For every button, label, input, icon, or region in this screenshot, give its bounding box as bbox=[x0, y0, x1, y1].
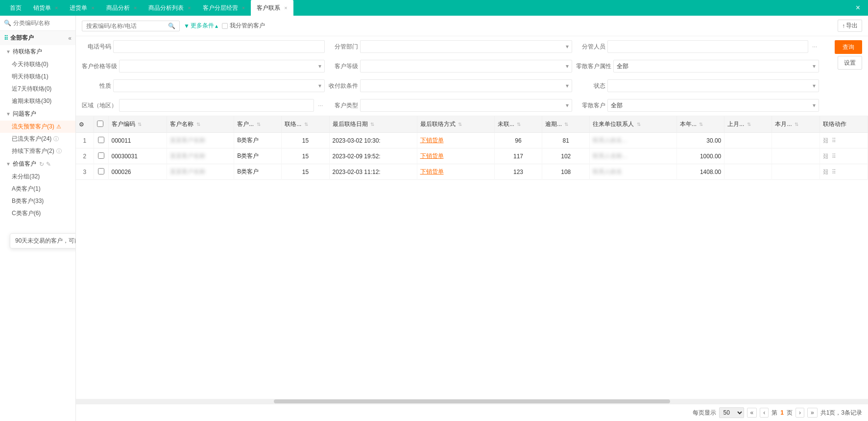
nav-product-list-close[interactable]: × bbox=[188, 0, 191, 16]
nav-product-analysis[interactable]: 商品分析 × bbox=[100, 0, 143, 16]
filter-dept-select[interactable]: ▾ bbox=[360, 40, 572, 53]
sidebar-group-pending[interactable]: ▼ 待联络客户 bbox=[0, 45, 75, 58]
search-submit-icon[interactable]: 🔍 bbox=[168, 23, 175, 29]
filter-phone-input[interactable] bbox=[113, 40, 325, 53]
action-grid-icon-1[interactable]: ⠿ bbox=[832, 137, 836, 144]
th-overdue[interactable]: 逾期... ⇅ bbox=[542, 116, 590, 133]
nav-customer-layer[interactable]: 客户分层经营 × bbox=[197, 0, 251, 16]
refresh-icon-value[interactable]: ↻ bbox=[39, 161, 44, 168]
filter-type-select[interactable]: ▾ bbox=[360, 99, 572, 112]
filter-manager-dots[interactable]: ··· bbox=[810, 43, 819, 50]
th-last-date[interactable]: 最后联络日期 ⇅ bbox=[329, 116, 417, 133]
td-last-type-3[interactable]: 下销货单 bbox=[417, 164, 494, 180]
sort-icon-type: ⇅ bbox=[257, 122, 261, 127]
th-this-year[interactable]: 本年... ⇅ bbox=[677, 116, 724, 133]
td-checkbox-3[interactable] bbox=[94, 164, 108, 180]
my-customers-checkbox[interactable]: 我分管的客户 bbox=[222, 22, 265, 30]
nav-sales[interactable]: 销货单 × bbox=[27, 0, 64, 16]
sidebar-item-typeB[interactable]: B类客户(33) bbox=[0, 195, 75, 207]
filter-retail-attr-select[interactable]: 全部 ▾ bbox=[613, 60, 819, 73]
sidebar-collapse-button[interactable]: « bbox=[68, 35, 72, 42]
nav-sales-close[interactable]: × bbox=[55, 0, 58, 16]
sidebar-item-churned[interactable]: 已流失客户(24) ⓘ bbox=[0, 133, 75, 145]
th-code[interactable]: 客户编码 ⇅ bbox=[108, 116, 167, 133]
filter-manager-select[interactable] bbox=[607, 40, 808, 53]
action-grid-icon-2[interactable]: ⠿ bbox=[832, 153, 836, 160]
th-last-type[interactable]: 最后联络方式 ⇅ bbox=[417, 116, 494, 133]
nav-purchase[interactable]: 进货单 × bbox=[64, 0, 100, 16]
th-name[interactable]: 客户名称 ⇅ bbox=[167, 116, 234, 133]
filter-nature-select[interactable]: ▾ bbox=[113, 79, 325, 92]
action-link-icon-3[interactable]: ⛓ bbox=[823, 169, 829, 175]
nav-home[interactable]: 首页 bbox=[4, 0, 27, 16]
filter-payment-select[interactable]: ▾ bbox=[360, 79, 572, 92]
prev-page-button[interactable]: ‹ bbox=[760, 408, 769, 418]
th-contact-person[interactable]: 往来单位联系人 ⇅ bbox=[590, 116, 677, 133]
sidebar-all-customers[interactable]: ⠿ 全部客户 « bbox=[0, 31, 75, 45]
sidebar-item-typeC[interactable]: C类客户(6) bbox=[0, 207, 75, 220]
action-link-icon-1[interactable]: ⛓ bbox=[823, 137, 829, 144]
checkbox-icon[interactable] bbox=[222, 23, 228, 29]
th-type[interactable]: 客户... ⇅ bbox=[234, 116, 282, 133]
nav-purchase-close[interactable]: × bbox=[91, 0, 94, 16]
td-checkbox-1[interactable] bbox=[94, 133, 108, 149]
sidebar-item-churn-warning[interactable]: 流失预警客户(3) ⚠ bbox=[0, 121, 75, 133]
next-page-button[interactable]: › bbox=[796, 408, 804, 418]
sidebar-group-value[interactable]: ▼ 价值客户 ↻ ✎ bbox=[0, 157, 75, 171]
action-link-icon-2[interactable]: ⛓ bbox=[823, 153, 829, 160]
filter-retail-select[interactable]: 全部 ▾ bbox=[607, 99, 819, 112]
last-page-button[interactable]: » bbox=[807, 408, 818, 418]
td-link-3[interactable]: 下销货单 bbox=[420, 168, 444, 175]
row-checkbox-3[interactable] bbox=[98, 168, 104, 174]
td-last-type-2[interactable]: 下销货单 bbox=[417, 149, 494, 164]
filter-region-input[interactable] bbox=[119, 99, 314, 112]
warning-icon: ⚠ bbox=[56, 124, 61, 130]
th-last-month[interactable]: 上月... ⇅ bbox=[724, 116, 772, 133]
filter-level-select[interactable]: ▾ bbox=[360, 60, 572, 73]
filter-region-dots[interactable]: ··· bbox=[316, 102, 325, 109]
sidebar-item-7days[interactable]: 近7天待联络(0) bbox=[0, 83, 75, 95]
more-conditions-button[interactable]: ▼ 更多条件 ▴ bbox=[184, 22, 218, 30]
filter-price-select[interactable]: ▾ bbox=[119, 60, 325, 73]
settings-button[interactable]: 设置 bbox=[838, 56, 862, 70]
sidebar-item-tomorrow[interactable]: 明天待联络(1) bbox=[0, 71, 75, 83]
sidebar-group-problem[interactable]: ▼ 问题客户 bbox=[0, 107, 75, 121]
nav-customer-contact-close[interactable]: × bbox=[284, 0, 287, 16]
nav-product-analysis-close[interactable]: × bbox=[134, 0, 137, 16]
th-settings[interactable]: ⚙ bbox=[76, 116, 94, 133]
nav-customer-layer-close[interactable]: × bbox=[242, 0, 245, 16]
window-close-button[interactable]: × bbox=[852, 3, 864, 12]
query-button[interactable]: 查询 bbox=[835, 40, 862, 54]
sidebar-item-typeA[interactable]: A类客户(1) bbox=[0, 183, 75, 195]
td-link-1[interactable]: 下销货单 bbox=[420, 137, 444, 144]
first-page-button[interactable]: « bbox=[747, 408, 757, 418]
sidebar-item-ungrouped[interactable]: 未分组(32) bbox=[0, 171, 75, 183]
td-checkbox-2[interactable] bbox=[94, 149, 108, 164]
th-contact[interactable]: 联络... ⇅ bbox=[282, 116, 329, 133]
sidebar-item-declining[interactable]: 持续下滑客户(2) ⓘ bbox=[0, 145, 75, 157]
th-this-month[interactable]: 本月... ⇅ bbox=[772, 116, 820, 133]
per-page-select[interactable]: 50 100 200 bbox=[719, 407, 744, 418]
td-last-type-1[interactable]: 下销货单 bbox=[417, 133, 494, 149]
search-input[interactable] bbox=[86, 23, 166, 29]
sidebar-search-input[interactable] bbox=[13, 20, 76, 26]
scroll-thumb[interactable] bbox=[274, 399, 670, 403]
edit-icon-value[interactable]: ✎ bbox=[46, 161, 51, 168]
td-name-1-value: 某某客户名称 bbox=[170, 137, 205, 144]
action-grid-icon-3[interactable]: ⠿ bbox=[832, 169, 836, 175]
nav-product-list[interactable]: 商品分析列表 × bbox=[143, 0, 196, 16]
filter-region: 区域（地区） ··· bbox=[82, 99, 325, 112]
row-checkbox-1[interactable] bbox=[98, 137, 104, 143]
nav-customer-contact[interactable]: 客户联系 × bbox=[251, 0, 293, 16]
th-uncontacted[interactable]: 未联... ⇅ bbox=[494, 116, 542, 133]
sidebar-item-overdue[interactable]: 逾期未联络(30) bbox=[0, 95, 75, 107]
filter-level-label: 客户等级 bbox=[329, 62, 358, 71]
horizontal-scrollbar[interactable] bbox=[76, 399, 868, 404]
td-link-2[interactable]: 下销货单 bbox=[420, 152, 444, 159]
th-checkbox[interactable] bbox=[94, 116, 108, 133]
row-checkbox-2[interactable] bbox=[98, 152, 104, 159]
export-button[interactable]: ↑ 导出 bbox=[838, 20, 862, 32]
filter-status-select[interactable]: ▾ bbox=[607, 79, 819, 92]
select-all-checkbox[interactable] bbox=[97, 121, 103, 127]
sidebar-item-today[interactable]: 今天待联络(0) bbox=[0, 58, 75, 71]
